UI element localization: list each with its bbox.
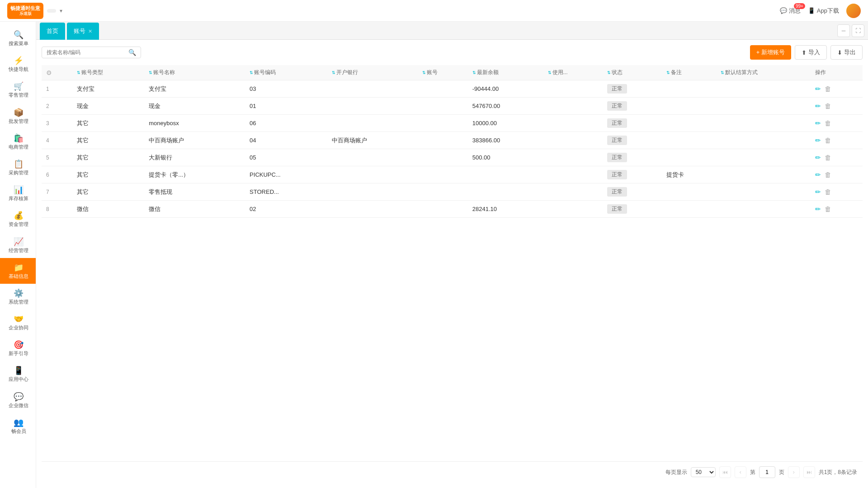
tab-account[interactable]: 账号 ✕: [67, 23, 99, 40]
add-account-button[interactable]: + 新增账号: [750, 45, 791, 60]
sidebar-item-finance[interactable]: 💰 资金管理: [0, 206, 36, 232]
delete-icon[interactable]: 🗑: [825, 85, 831, 93]
col-settlement[interactable]: ⇅默认结算方式: [716, 65, 811, 80]
gear-icon[interactable]: ⚙: [46, 69, 52, 76]
row-actions: ✏ 🗑: [811, 115, 863, 132]
row-account: [418, 98, 468, 115]
col-account[interactable]: ⇅账号: [418, 65, 468, 80]
tab-maximize-button[interactable]: ⛶: [852, 24, 864, 37]
sidebar-item-shortcuts[interactable]: ⚡ 快捷导航: [0, 51, 36, 77]
tab-minimize-button[interactable]: ─: [837, 24, 850, 37]
sidebar-item-newbie[interactable]: 🎯 新手引导: [0, 335, 36, 361]
col-type[interactable]: ⇅账号类型: [72, 65, 145, 80]
tab-home[interactable]: 首页: [40, 23, 65, 40]
row-code: 05: [245, 149, 327, 166]
search-input[interactable]: [47, 49, 127, 56]
row-settlement: [716, 149, 811, 166]
sidebar-item-wechat[interactable]: 💬 企业微信: [0, 387, 36, 413]
edit-icon[interactable]: ✏: [815, 154, 821, 162]
avatar[interactable]: [846, 4, 861, 18]
row-usage: [543, 183, 603, 201]
col-bank[interactable]: ⇅开户银行: [327, 65, 418, 80]
search-icon: 🔍: [14, 30, 24, 40]
edit-icon[interactable]: ✏: [815, 136, 821, 145]
page-number-input[interactable]: [759, 466, 775, 478]
row-name: 提货卡（零...）: [144, 166, 245, 183]
search-icon[interactable]: 🔍: [128, 49, 136, 56]
delete-icon[interactable]: 🗑: [825, 136, 831, 145]
edit-icon[interactable]: ✏: [815, 171, 821, 179]
row-bank: [327, 149, 418, 166]
store-dropdown[interactable]: ▾: [60, 8, 62, 14]
col-balance[interactable]: ⇅最新余额: [468, 65, 543, 80]
search-box: 🔍: [42, 47, 141, 58]
page-suffix: 页: [779, 469, 784, 476]
message-button[interactable]: 💬 消息 99+: [780, 7, 801, 15]
row-settlement: [716, 80, 811, 98]
sidebar-item-inventory[interactable]: 📊 库存核算: [0, 180, 36, 206]
row-type: 现金: [72, 98, 145, 115]
import-button[interactable]: ⬆ 导入: [795, 45, 827, 60]
import-label: 导入: [808, 48, 820, 56]
sidebar-item-basic[interactable]: 📁 基础信息: [0, 258, 36, 284]
sidebar-item-label: 系统管理: [9, 299, 28, 305]
col-name[interactable]: ⇅账号名称: [144, 65, 245, 80]
row-usage: [543, 166, 603, 183]
sidebar-item-operation[interactable]: 📈 经营管理: [0, 232, 36, 258]
row-name: 零售抵现: [144, 183, 245, 201]
delete-icon[interactable]: 🗑: [825, 102, 831, 110]
export-icon: ⬇: [837, 49, 842, 56]
row-num: 1: [42, 80, 72, 98]
col-usage[interactable]: ⇅使用...: [543, 65, 603, 80]
edit-icon[interactable]: ✏: [815, 119, 821, 127]
sidebar-item-search[interactable]: 🔍 搜索菜单: [0, 25, 36, 51]
edit-icon[interactable]: ✏: [815, 85, 821, 93]
row-actions: ✏ 🗑: [811, 132, 863, 149]
tab-account-close[interactable]: ✕: [88, 28, 92, 34]
col-code[interactable]: ⇅账号编码: [245, 65, 327, 80]
row-balance: 28241.10: [468, 201, 543, 218]
top-bar: 畅捷通时生意 乐道版 ▾ 💬 消息 99+ 📱 App下载: [0, 0, 868, 22]
next-page-button[interactable]: ›: [788, 466, 800, 478]
basic-icon: 📁: [14, 263, 24, 272]
page-size-select[interactable]: 50 100 200: [691, 467, 716, 477]
sidebar-item-label: 畅会员: [11, 428, 26, 434]
row-balance: [468, 166, 543, 183]
sidebar-item-label: 库存核算: [9, 196, 28, 202]
sidebar-item-appstore[interactable]: 📱 应用中心: [0, 361, 36, 387]
message-icon: 💬: [780, 7, 787, 14]
first-page-button[interactable]: ⏮: [719, 466, 731, 478]
sidebar-item-corp[interactable]: 🤝 企业协同: [0, 310, 36, 335]
sidebar-item-member[interactable]: 👥 畅会员: [0, 413, 36, 439]
edit-icon[interactable]: ✏: [815, 102, 821, 110]
sidebar-item-retail[interactable]: 🛒 零售管理: [0, 77, 36, 103]
row-actions: ✏ 🗑: [811, 201, 863, 218]
edit-icon[interactable]: ✏: [815, 205, 821, 213]
delete-icon[interactable]: 🗑: [825, 171, 831, 179]
sidebar-item-label: 企业微信: [9, 403, 28, 408]
delete-icon[interactable]: 🗑: [825, 205, 831, 213]
status-badge: 正常: [607, 118, 627, 128]
sidebar-item-system[interactable]: ⚙️ 系统管理: [0, 284, 36, 310]
delete-icon[interactable]: 🗑: [825, 154, 831, 162]
table-header-row: ⚙ ⇅账号类型 ⇅账号名称 ⇅账号编码 ⇅开户银行 ⇅账号 ⇅最新余额 ⇅使用.…: [42, 65, 863, 80]
last-page-button[interactable]: ⏭: [803, 466, 815, 478]
delete-icon[interactable]: 🗑: [825, 188, 831, 196]
col-remark[interactable]: ⇅备注: [662, 65, 717, 80]
edit-icon[interactable]: ✏: [815, 188, 821, 196]
delete-icon[interactable]: 🗑: [825, 119, 831, 127]
row-remark: [662, 132, 717, 149]
main-layout: 🔍 搜索菜单 ⚡ 快捷导航 🛒 零售管理 📦 批发管理 🛍️ 电商管理 📋 采购…: [0, 22, 868, 488]
app-download-button[interactable]: 📱 App下载: [808, 7, 839, 15]
row-code: STORED...: [245, 183, 327, 201]
sidebar-item-wholesale[interactable]: 📦 批发管理: [0, 103, 36, 129]
col-gear[interactable]: ⚙: [42, 65, 72, 80]
col-status[interactable]: ⇅状态: [603, 65, 662, 80]
export-button[interactable]: ⬇ 导出: [830, 45, 863, 60]
sidebar-item-purchase[interactable]: 📋 采购管理: [0, 155, 36, 180]
app-icon: 📱: [808, 7, 815, 14]
prev-page-button[interactable]: ‹: [735, 466, 746, 478]
pagination: 每页显示 50 100 200 ⏮ ‹ 第 页 › ⏭ 共1页，8条记录: [42, 461, 863, 483]
row-num: 5: [42, 149, 72, 166]
sidebar-item-ecommerce[interactable]: 🛍️ 电商管理: [0, 129, 36, 155]
